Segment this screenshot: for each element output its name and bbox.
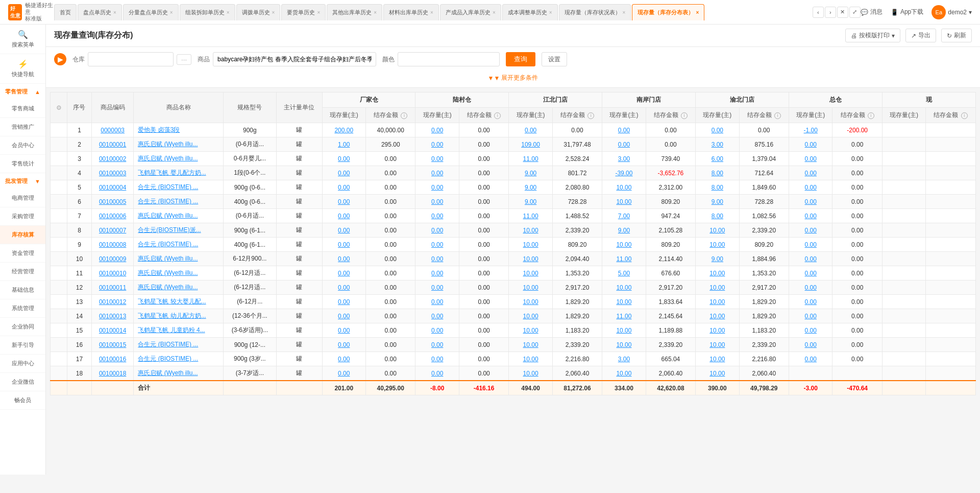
- table-row[interactable]: 400100003飞鹤星飞帆 婴儿配方奶...1段(0-6个...罐0.000.…: [51, 166, 976, 180]
- sidebar-item-retail-stats[interactable]: 零售统计: [0, 155, 45, 173]
- table-row[interactable]: 1500100014飞鹤星飞帆 儿童奶粉 4...(3-6岁适用)...罐0.0…: [51, 323, 976, 338]
- app-download-btn[interactable]: 📱 App下载: [891, 8, 923, 16]
- col-jiangbei-amt: 结存金额 i: [552, 108, 602, 123]
- extra-amt-info-icon[interactable]: i: [961, 112, 968, 119]
- table-row[interactable]: 1400100013飞鹤星飞帆 幼儿配方奶...(12-36个月...罐0.00…: [51, 309, 976, 323]
- tab-close-4[interactable]: ×: [272, 10, 275, 15]
- tab-6[interactable]: 其他出库单历史×: [327, 4, 382, 20]
- printer-icon: 🖨: [851, 32, 857, 39]
- sidebar-item-marketing[interactable]: 营销推广: [0, 118, 45, 136]
- nanan-amt-info-icon[interactable]: i: [681, 112, 688, 119]
- refresh-btn[interactable]: ↻ 刷新: [941, 29, 972, 42]
- sidebar-item-basic-info[interactable]: 基础信息: [0, 281, 45, 299]
- factory-amt-info-icon[interactable]: i: [401, 112, 407, 119]
- sidebar-item-finance[interactable]: 资金管理: [0, 244, 45, 263]
- col-lu-qty: 现存量(主): [415, 108, 459, 123]
- sidebar-item-wechat[interactable]: 企业微信: [0, 373, 45, 391]
- table-row[interactable]: 1600100015合生元 (BIOSTIME) ...900g (12-...…: [51, 338, 976, 352]
- tab-next-btn[interactable]: ›: [825, 7, 836, 18]
- chevron-down-icon: ▾: [969, 9, 972, 16]
- table-row[interactable]: 1800100018惠氏启赋 (Wyeth illu...(3-7岁适...罐0…: [51, 366, 976, 381]
- search-btn[interactable]: 查询: [506, 52, 535, 66]
- tab-prev-btn[interactable]: ‹: [813, 7, 824, 18]
- tab-close-3[interactable]: ×: [227, 10, 230, 15]
- sidebar-item-ecommerce[interactable]: 电商管理: [0, 189, 45, 207]
- table-row[interactable]: 500100004合生元 (BIOSTIME) ...900g (0-6...罐…: [51, 180, 976, 195]
- sidebar-item-operations[interactable]: 经营管理: [0, 263, 45, 281]
- tab-close-all-btn[interactable]: ✕: [837, 7, 848, 18]
- sidebar-item-purchase[interactable]: 采购管理: [0, 207, 45, 226]
- col-nanan-qty: 现存量(主): [602, 108, 646, 123]
- tab-expand-btn[interactable]: ⤢: [849, 7, 861, 18]
- table-row[interactable]: 800100007合生元(BIOSTIME)派...900g (6-1...罐0…: [51, 223, 976, 238]
- export-btn[interactable]: ↗ 导出: [905, 29, 936, 42]
- yubei-amt-info-icon[interactable]: i: [774, 112, 781, 119]
- col-factory-amt: 结存金额 i: [365, 108, 415, 123]
- table-row[interactable]: 1300100012飞鹤星飞帆 较大婴儿配...(6-12月...罐0.000.…: [51, 295, 976, 309]
- col-total-qty: 现存量(主): [789, 108, 832, 123]
- table-row[interactable]: 1000100009惠氏启赋 (Wyeth illu...6-12月900...…: [51, 252, 976, 266]
- chevron-up-icon: ▲: [35, 89, 40, 95]
- tab-close-2[interactable]: ×: [170, 10, 173, 15]
- sidebar-item-wholesale[interactable]: 批发管理 ▼: [0, 173, 45, 189]
- tab-7[interactable]: 材料出库单历史×: [383, 4, 439, 20]
- tab-close-11[interactable]: ×: [696, 10, 699, 15]
- tab-5[interactable]: 要货单历史×: [281, 4, 326, 20]
- col-gear[interactable]: ⚙: [51, 92, 67, 123]
- tab-10[interactable]: 现存量（库存状况表）×: [559, 4, 631, 20]
- sidebar-item-system[interactable]: 系统管理: [0, 299, 45, 318]
- tab-close-6[interactable]: ×: [374, 10, 377, 15]
- tab-4[interactable]: 调拨单历史×: [236, 4, 281, 20]
- tab-home[interactable]: 首页: [54, 4, 77, 20]
- tab-3[interactable]: 组装拆卸单历史×: [180, 4, 235, 20]
- tab-close-10[interactable]: ×: [623, 10, 626, 15]
- table-row[interactable]: 200100001惠氏启赋 (Wyeth illu...(0-6月适...罐1.…: [51, 137, 976, 152]
- user-menu[interactable]: Ea demo2 ▾: [932, 5, 972, 19]
- chevron-down-icon: ▼▼: [488, 75, 500, 82]
- sidebar-item-app-center[interactable]: 应用中心: [0, 355, 45, 373]
- color-input[interactable]: [398, 52, 500, 66]
- sidebar-item-guide[interactable]: 新手引导: [0, 336, 45, 355]
- tab-11[interactable]: 现存量（库存分布表）×: [632, 4, 704, 20]
- table-row[interactable]: 1100100010惠氏启赋 (Wyeth illu...(6-12月适...罐…: [51, 266, 976, 280]
- table-row[interactable]: 10000003爱他美 卤藻3段900g罐200.0040,000.000.00…: [51, 123, 976, 137]
- table-row[interactable]: 900100008合生元 (BIOSTIME) ...400g (6-1...罐…: [51, 238, 976, 252]
- sidebar-item-quicknav[interactable]: ⚡ 快捷导航: [0, 54, 45, 84]
- goods-input[interactable]: [213, 52, 376, 66]
- table-area[interactable]: ⚙ 序号 商品编码 商品名称 规格型号 主计量单位 厂家仓 陆村仓 江北门店 南…: [46, 88, 980, 475]
- warehouse-dots-btn[interactable]: ···: [177, 54, 191, 65]
- message-btn[interactable]: 💬 消息: [861, 8, 883, 16]
- lu-amt-info-icon[interactable]: i: [494, 112, 501, 119]
- print-btn[interactable]: 🖨 按模版打印 ▾: [845, 29, 900, 42]
- sidebar-item-retail-mall[interactable]: 零售商城: [0, 100, 45, 118]
- table-row[interactable]: 600100005合生元 (BIOSTIME) ...400g (0-6...罐…: [51, 195, 976, 209]
- table-row[interactable]: 1700100016合生元 (BIOSTIME) ...900g (3岁...罐…: [51, 352, 976, 366]
- col-code: 商品编码: [91, 92, 133, 123]
- table-row[interactable]: 700100006惠氏启赋 (Wyeth illu...(0-6月适...罐0.…: [51, 209, 976, 223]
- sidebar-item-retail-mgmt[interactable]: 零售管理 ▲: [0, 84, 45, 100]
- sidebar-item-member[interactable]: 会员中心: [0, 136, 45, 155]
- setting-btn[interactable]: 设置: [542, 52, 567, 66]
- sidebar-item-enterprise[interactable]: 企业协同: [0, 318, 45, 336]
- sidebar-item-search[interactable]: 🔍 搜索英单: [0, 25, 45, 54]
- tab-close-9[interactable]: ×: [549, 10, 552, 15]
- tab-close-5[interactable]: ×: [317, 10, 320, 15]
- tab-close-8[interactable]: ×: [493, 10, 496, 15]
- tab-8[interactable]: 产成品入库单历史×: [440, 4, 501, 20]
- search-toggle-btn[interactable]: ▶: [54, 53, 66, 65]
- table-row[interactable]: 1200100011惠氏启赋 (Wyeth illu...(6-12月适...罐…: [51, 280, 976, 295]
- expand-more-btn[interactable]: ▼▼ 展开更多条件: [488, 74, 538, 82]
- tab-9[interactable]: 成本调整单历史×: [502, 4, 558, 20]
- message-icon: 💬: [861, 9, 868, 16]
- tab-2[interactable]: 分量盘点单历史×: [123, 4, 179, 20]
- tab-1[interactable]: 盘点单历史×: [78, 4, 122, 20]
- sidebar-item-inventory[interactable]: 库存核算: [0, 226, 45, 244]
- total-amt-info-icon[interactable]: i: [868, 112, 874, 119]
- col-group-factory: 厂家仓: [322, 92, 415, 108]
- warehouse-input[interactable]: [88, 52, 174, 66]
- jiangbei-amt-info-icon[interactable]: i: [587, 112, 594, 119]
- tab-close-1[interactable]: ×: [113, 10, 116, 15]
- table-row[interactable]: 300100002惠氏启赋 (Wyeth illu...0-6月婴儿...罐0.…: [51, 152, 976, 166]
- sidebar-item-member-plus[interactable]: 畅会员: [0, 391, 45, 410]
- tab-close-7[interactable]: ×: [430, 10, 433, 15]
